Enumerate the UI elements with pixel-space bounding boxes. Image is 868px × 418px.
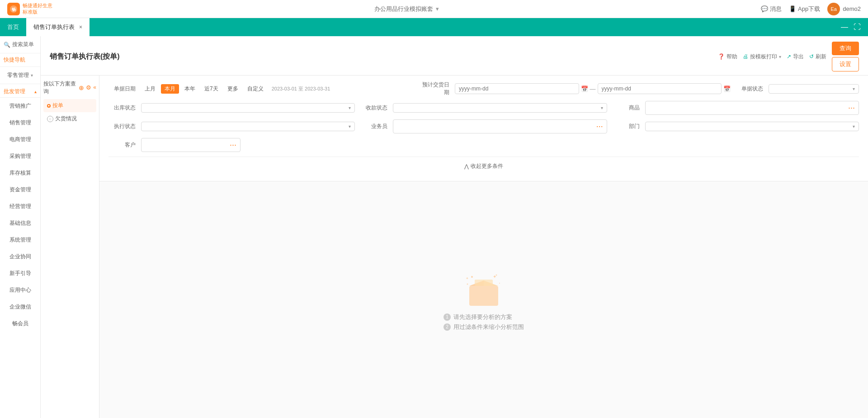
sidebar-item-basic-info[interactable]: 基础信息 bbox=[0, 215, 40, 232]
topbar-center: 办公用品行业模拟账套 ▾ bbox=[374, 5, 439, 13]
date-tab-this-month[interactable]: 本月 bbox=[161, 84, 179, 94]
out-status-arrow: ▾ bbox=[349, 105, 351, 110]
logo-icon: 畅 bbox=[7, 3, 20, 15]
svg-point-7 bbox=[467, 283, 468, 285]
topbar-left: 畅 畅捷通好生意 标准版 bbox=[7, 3, 52, 15]
tab-sales-order[interactable]: 销售订单执行表 × bbox=[26, 18, 90, 36]
svg-text:畅: 畅 bbox=[12, 7, 16, 12]
goods-select[interactable]: ··· bbox=[645, 101, 859, 115]
export-button[interactable]: ↗ 导出 bbox=[787, 53, 804, 61]
tip-num-1: 1 bbox=[443, 314, 451, 321]
dept-select[interactable]: ▾ bbox=[645, 122, 859, 131]
main-layout: 🔍 搜索菜单 快捷导航 零售管理 ▾ 批发管理 ▴ 营销推广 销售管理 电商管理 bbox=[0, 36, 868, 418]
goods-more-icon[interactable]: ··· bbox=[848, 103, 855, 113]
app-download-button[interactable]: 📱 App下载 bbox=[789, 5, 820, 13]
left-panel-header-icons: ⊕ ⚙ « bbox=[79, 84, 96, 91]
sidebar-item-finance[interactable]: 资金管理 bbox=[0, 181, 40, 198]
sidebar-item-members[interactable]: 畅会员 bbox=[0, 315, 40, 332]
sidebar-item-enterprise[interactable]: 企业协同 bbox=[0, 248, 40, 265]
avatar: Ea bbox=[827, 3, 840, 15]
help-icon: ❓ bbox=[718, 53, 725, 60]
empty-tips: 1 请先选择要分析的方案 2 用过滤条件来缩小分析范围 bbox=[443, 313, 524, 333]
sidebar-item-inventory[interactable]: 库存核算 bbox=[0, 165, 40, 181]
collect-status-select[interactable]: ▾ bbox=[393, 103, 607, 113]
date-tab-more[interactable]: 更多 bbox=[224, 84, 242, 94]
filter-divider: ⋀ 收起更多条件 bbox=[108, 157, 859, 176]
sidebar-item-wechat[interactable]: 企业微信 bbox=[0, 299, 40, 315]
expected-date-from[interactable] bbox=[455, 83, 579, 94]
svg-text:✦: ✦ bbox=[493, 274, 496, 279]
sidebar-quick-nav[interactable]: 快捷导航 bbox=[0, 53, 40, 67]
tabbar-window-actions: — ⛶ bbox=[841, 23, 861, 31]
export-icon: ↗ bbox=[787, 53, 791, 60]
chevron-down-icon: ▾ bbox=[31, 73, 33, 78]
expected-date-to[interactable] bbox=[598, 83, 722, 94]
message-button[interactable]: 💬 消息 bbox=[761, 5, 782, 13]
tip-num-2: 2 bbox=[443, 323, 451, 331]
sidebar-item-purchase[interactable]: 采购管理 bbox=[0, 148, 40, 165]
sidebar-item-retail[interactable]: 零售管理 ▾ bbox=[0, 67, 40, 84]
settings-scheme-icon[interactable]: ⚙ bbox=[86, 84, 91, 91]
filter-row-3: 执行状态 ▾ 业务员 ··· 部门 ▾ bbox=[108, 119, 859, 133]
collect-status-arrow: ▾ bbox=[601, 105, 603, 110]
filter-row-2: 出库状态 ▾ 收款状态 ▾ 商品 ··· bbox=[108, 101, 859, 115]
date-tab-7days[interactable]: 近7天 bbox=[201, 84, 222, 94]
data-area: ✦ ✦ 1 请先选择要分析的方案 2 用过滤条件来缩小分析范围 bbox=[99, 181, 868, 418]
svg-text:✦: ✦ bbox=[466, 276, 469, 280]
svg-rect-3 bbox=[475, 280, 493, 286]
tab-close-icon[interactable]: × bbox=[79, 24, 82, 30]
salesman-select[interactable]: ··· bbox=[393, 119, 607, 133]
customer-more-icon[interactable]: ··· bbox=[230, 140, 236, 150]
salesman-more-icon[interactable]: ··· bbox=[596, 122, 603, 131]
date-tab-custom[interactable]: 自定义 bbox=[244, 84, 267, 94]
help-button[interactable]: ❓ 帮助 bbox=[718, 53, 737, 61]
sidebar-item-newbie[interactable]: 新手引导 bbox=[0, 265, 40, 282]
print-icon: 🖨 bbox=[743, 53, 748, 60]
customer-select[interactable]: ··· bbox=[141, 138, 241, 152]
topbar-title-icon[interactable]: ▾ bbox=[436, 5, 439, 12]
collapse-panel-icon[interactable]: « bbox=[93, 84, 96, 91]
collapse-icon: ⋀ bbox=[464, 163, 469, 170]
date-calendar-icon: 📅 bbox=[723, 86, 731, 92]
print-button[interactable]: 🖨 按模板打印 ▾ bbox=[743, 53, 781, 61]
left-panel-header: 按以下方案查询 ⊕ ⚙ « bbox=[43, 80, 96, 95]
tab-home[interactable]: 首页 bbox=[0, 18, 26, 36]
window-maximize-icon[interactable]: ⛶ bbox=[854, 23, 861, 31]
svg-rect-2 bbox=[469, 286, 498, 306]
date-range-text: 2023-03-01 至 2023-03-31 bbox=[272, 86, 330, 92]
date-label: 单据日期 bbox=[108, 85, 136, 93]
sidebar-item-system[interactable]: 系统管理 bbox=[0, 232, 40, 248]
date-tab-this-year[interactable]: 本年 bbox=[181, 84, 199, 94]
sidebar-item-ecommerce[interactable]: 电商管理 bbox=[0, 131, 40, 148]
logo-area: 畅 畅捷通好生意 标准版 bbox=[7, 3, 52, 15]
sidebar-search[interactable]: 🔍 搜索菜单 bbox=[0, 36, 40, 53]
status-select-arrow: ▾ bbox=[853, 86, 855, 91]
expected-date-label: 预计交货日期 bbox=[422, 81, 449, 96]
filter-row-4: 客户 ··· bbox=[108, 138, 859, 152]
scheme-item-shortage[interactable]: ○ 欠货情况 bbox=[43, 112, 96, 125]
window-minimize-icon[interactable]: — bbox=[841, 23, 848, 31]
query-button[interactable]: 查询 bbox=[832, 42, 859, 55]
refresh-button[interactable]: ↺ 刷新 bbox=[809, 53, 826, 61]
collapse-button[interactable]: ⋀ 收起更多条件 bbox=[462, 160, 506, 173]
dept-arrow: ▾ bbox=[853, 124, 855, 129]
status-select[interactable]: ▾ bbox=[769, 84, 859, 94]
exec-status-select[interactable]: ▾ bbox=[141, 122, 355, 131]
filter-row-1: 单据日期 上月 本月 本年 近7天 更多 自定义 2023-03-01 至 20… bbox=[108, 81, 859, 96]
tabbar: 首页 销售订单执行表 × — ⛶ bbox=[0, 18, 868, 36]
sidebar-item-operations[interactable]: 经营管理 bbox=[0, 198, 40, 215]
empty-tip-1: 1 请先选择要分析的方案 bbox=[443, 313, 524, 321]
date-tab-last-month[interactable]: 上月 bbox=[141, 84, 159, 94]
date-dash: — bbox=[590, 86, 596, 92]
sidebar-item-apps[interactable]: 应用中心 bbox=[0, 282, 40, 299]
download-icon: 📱 bbox=[789, 5, 796, 12]
page-actions: ❓ 帮助 🖨 按模板打印 ▾ ↗ 导出 ↺ 刷新 查询 bbox=[718, 42, 859, 71]
sidebar-group-wholesale-title[interactable]: 批发管理 ▴ bbox=[0, 84, 40, 97]
out-status-select[interactable]: ▾ bbox=[141, 103, 355, 113]
add-scheme-icon[interactable]: ⊕ bbox=[79, 84, 84, 91]
scheme-item-order[interactable]: ● 按单 bbox=[43, 99, 96, 112]
settings-button[interactable]: 设置 bbox=[832, 57, 859, 71]
sidebar-item-sales[interactable]: 销售管理 bbox=[0, 114, 40, 131]
sidebar-item-marketing[interactable]: 营销推广 bbox=[0, 98, 40, 114]
user-avatar[interactable]: Ea demo2 bbox=[827, 3, 861, 15]
